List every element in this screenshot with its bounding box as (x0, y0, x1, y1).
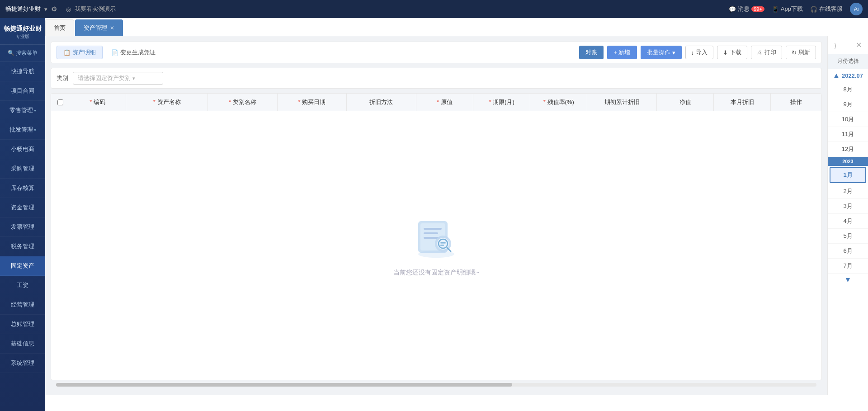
refresh-button[interactable]: ↻ 刷新 (786, 46, 816, 59)
sidebar: 畅捷通好业财 专业版 🔍 搜索菜单 快捷导航 项目合同 零售管理 ▾ 批发管理 … (0, 18, 45, 411)
month-item-5[interactable]: 5月 (828, 229, 868, 244)
month-item-1-current[interactable]: 1月 (830, 167, 866, 183)
col-header-action: 操作 (771, 94, 821, 111)
sidebar-item-basic-info[interactable]: 基础信息 (0, 334, 45, 354)
sidebar-item-tax[interactable]: 税务管理 (0, 237, 45, 256)
app-icon: 📱 (772, 6, 779, 13)
month-panel-close-icon[interactable]: ✕ (853, 38, 864, 52)
sidebar-item-label: 工资 (17, 281, 28, 289)
table-checkbox-all[interactable] (51, 99, 69, 105)
main-layout: 畅捷通好业财 专业版 🔍 搜索菜单 快捷导航 项目合同 零售管理 ▾ 批发管理 … (0, 18, 868, 411)
sidebar-item-label: 固定资产 (11, 262, 34, 270)
sidebar-item-project[interactable]: 项目合同 (0, 81, 45, 101)
month-panel-expand-icon[interactable]: ⟩ (831, 39, 839, 52)
sidebar-item-system[interactable]: 系统管理 (0, 354, 45, 373)
import-label: 导入 (696, 48, 708, 57)
reconcile-button[interactable]: 对账 (579, 46, 604, 59)
month-year-nav: ▲ 2022.07 (830, 72, 866, 79)
month-item-11[interactable]: 11月 (828, 127, 868, 142)
sidebar-item-wholesale[interactable]: 批发管理 ▾ (0, 120, 45, 140)
scrollbar-thumb[interactable] (56, 383, 512, 387)
sub-tabs-bar: 📋 资产明细 📄 变更生成凭证 对账 + 新增 批量操作 ▾ (51, 42, 822, 63)
app-download-btn[interactable]: 📱 App下载 (772, 5, 803, 13)
sidebar-item-ledger[interactable]: 总账管理 (0, 315, 45, 334)
message-badge: 99+ (751, 6, 764, 12)
batch-dropdown-icon: ▾ (672, 49, 675, 56)
message-label: 消息 (738, 5, 750, 13)
month-item-9[interactable]: 9月 (828, 97, 868, 112)
sidebar-item-salary[interactable]: 工资 (0, 276, 45, 295)
svg-rect-11 (440, 245, 444, 246)
message-btn[interactable]: 💬 消息 99+ (729, 5, 764, 13)
col-header-net: 净值 (657, 94, 714, 111)
category-select[interactable]: 请选择固定资产类别 ▾ (73, 72, 163, 85)
toolbar-actions: 对账 + 新增 批量操作 ▾ ↓ 导入 ⬇ 下载 (579, 46, 816, 59)
sidebar-item-operations[interactable]: 经营管理 (0, 295, 45, 315)
batch-label: 批量操作 (647, 48, 670, 57)
sidebar-item-ecommerce[interactable]: 小畅电商 (0, 140, 45, 159)
app-download-label: App下载 (781, 5, 803, 13)
month-item-8[interactable]: 8月 (828, 82, 868, 97)
sidebar-item-fixed-assets[interactable]: 固定资产 (0, 256, 45, 276)
sidebar-item-quick-nav[interactable]: 快捷导航 (0, 62, 45, 81)
tab-close-icon[interactable]: ✕ (110, 25, 114, 31)
app-edition: 专业版 (4, 33, 42, 40)
col-header-code: * 编码 (69, 94, 126, 111)
sub-tab-asset-detail[interactable]: 📋 资产明细 (57, 46, 103, 59)
sidebar-item-purchase[interactable]: 采购管理 (0, 159, 45, 179)
print-button[interactable]: 🖨 打印 (751, 46, 782, 59)
table-scrollbar[interactable] (56, 383, 816, 387)
online-service-btn[interactable]: 🎧 在线客服 (810, 5, 843, 13)
month-item-7[interactable]: 7月 (828, 259, 868, 274)
company-name[interactable]: 畅捷通好业财 (5, 5, 41, 13)
asset-table: * 编码 * 资产名称 * 类别名称 * 购买日 (51, 93, 822, 380)
sidebar-item-label: 小畅电商 (11, 145, 34, 153)
sidebar-item-label: 发票管理 (11, 223, 34, 231)
sidebar-item-label: 税务管理 (11, 242, 34, 250)
month-item-2[interactable]: 2月 (828, 184, 868, 199)
import-button[interactable]: ↓ 导入 (685, 46, 714, 59)
settings-icon[interactable]: ⚙ (51, 5, 57, 13)
col-header-name: * 资产名称 (126, 94, 208, 111)
category-placeholder: 请选择固定资产类别 (78, 74, 131, 82)
month-next-btn[interactable]: ▼ (844, 276, 852, 283)
tab-asset-mgmt[interactable]: 资产管理 ✕ (75, 19, 123, 36)
batch-button[interactable]: 批量操作 ▾ (641, 46, 682, 59)
app-logo-text: 畅捷通好业财 (4, 24, 42, 33)
sub-tab-change-voucher[interactable]: 📄 变更生成凭证 (104, 46, 162, 59)
user-avatar[interactable]: Ai (850, 3, 863, 15)
month-prev-btn[interactable]: ▲ (833, 72, 840, 79)
sidebar-item-invoice[interactable]: 发票管理 (0, 217, 45, 237)
svg-rect-10 (440, 242, 446, 244)
download-button[interactable]: ⬇ 下载 (717, 46, 747, 59)
month-item-3[interactable]: 3月 (828, 199, 868, 214)
tab-asset-mgmt-label: 资产管理 (84, 24, 107, 32)
refresh-label: 刷新 (798, 48, 810, 57)
month-item-4[interactable]: 4月 (828, 214, 868, 229)
download-icon: ⬇ (723, 49, 728, 56)
demo-link[interactable]: 我要看实例演示 (75, 5, 116, 13)
sidebar-item-finance[interactable]: 资金管理 (0, 198, 45, 217)
sidebar-item-inventory[interactable]: 库存核算 (0, 179, 45, 198)
col-header-method: 折旧方法 (347, 94, 416, 111)
month-item-12[interactable]: 12月 (828, 142, 868, 157)
empty-text: 当前您还没有固定资产明细哦~ (393, 269, 479, 277)
tab-home[interactable]: 首页 (45, 19, 74, 36)
month-item-6[interactable]: 6月 (828, 244, 868, 259)
company-dropdown-icon[interactable]: ▾ (44, 6, 47, 13)
print-icon: 🖨 (757, 49, 763, 56)
table-header: * 编码 * 资产名称 * 类别名称 * 购买日 (51, 94, 821, 111)
year-2023-badge: 2023 (828, 157, 868, 166)
change-voucher-icon: 📄 (111, 49, 118, 56)
add-button[interactable]: + 新增 (607, 46, 637, 59)
sidebar-item-retail[interactable]: 零售管理 ▾ (0, 101, 45, 120)
service-icon: 🎧 (810, 6, 817, 13)
empty-state: 当前您还没有固定资产明细哦~ (51, 111, 821, 380)
sidebar-search[interactable]: 🔍 搜索菜单 (0, 45, 45, 62)
col-header-period: * 期限(月) (473, 94, 530, 111)
month-next-nav: ▼ (828, 274, 868, 286)
check-all-input[interactable] (57, 99, 63, 105)
month-item-10[interactable]: 10月 (828, 112, 868, 127)
empty-illustration (409, 214, 463, 260)
svg-rect-4 (424, 232, 438, 234)
